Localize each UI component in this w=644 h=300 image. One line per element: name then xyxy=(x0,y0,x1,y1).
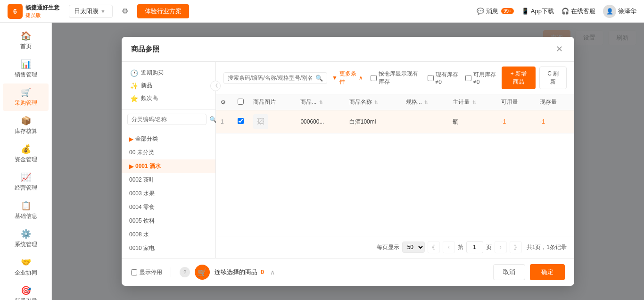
sidebar-label-basics: 基础信息 xyxy=(15,212,37,220)
quick-nav-recent[interactable]: 🕐 近期购买 xyxy=(127,67,210,79)
system-icon: ⚙️ xyxy=(21,229,31,239)
app-layout: 🏠 首页 📊 销售管理 🛒 采购管理 📦 库存核算 💰 资金管理 📈 经营管理 … xyxy=(0,23,644,300)
sidebar-item-purchase[interactable]: 🛒 采购管理 xyxy=(3,83,49,111)
col-code-header[interactable]: 商品... ⇅ xyxy=(296,94,344,110)
nav-right: 💬 消息 99+ 📱 App下载 🎧 在线客服 👤 徐泽华 xyxy=(477,5,636,18)
recent-icon: 🕐 xyxy=(130,69,138,77)
cart-icon-button[interactable]: 🛒 xyxy=(195,265,210,280)
enterprise-icon: 🤝 xyxy=(21,257,31,267)
category-list: ▶ 全部分类 00 未分类 ▶ 0001 酒水 0002 茶 xyxy=(122,129,215,258)
modal-left-panel: 🕐 近期购买 ✨ 新品 ⭐ 频次高 《 xyxy=(122,62,216,258)
category-00[interactable]: 00 未分类 xyxy=(122,146,215,159)
trial-button[interactable]: 体验行业方案 xyxy=(137,4,189,18)
user-nav-item[interactable]: 👤 徐泽华 xyxy=(603,5,636,18)
col-settings[interactable]: ⚙ xyxy=(216,94,233,110)
checkbox-stock-not-zero[interactable]: 现有库存≠0 xyxy=(428,71,459,85)
next-page-button[interactable]: › xyxy=(495,241,507,253)
per-page-select[interactable]: 50 xyxy=(402,242,425,253)
category-0002[interactable]: 0002 茶叶 xyxy=(122,173,215,187)
sidebar-item-system[interactable]: ⚙️ 系统管理 xyxy=(3,225,49,252)
new-icon: ✨ xyxy=(130,82,138,90)
store-selector[interactable]: 日太阳膜 ▼ xyxy=(69,5,113,18)
sidebar-label-sales: 销售管理 xyxy=(15,71,37,79)
col-spec-header[interactable]: 规格... ⇅ xyxy=(401,94,448,110)
add-product-button[interactable]: + 新增商品 xyxy=(502,67,536,89)
sidebar-item-operations[interactable]: 📈 经营管理 xyxy=(3,168,49,196)
row-unit-cell: 瓶 xyxy=(448,110,496,133)
prev-page-button[interactable]: ‹ xyxy=(443,241,455,253)
category-0010[interactable]: 0010 家电 xyxy=(122,242,215,255)
store-name: 日太阳膜 xyxy=(74,7,99,16)
last-page-button[interactable]: ⟫ xyxy=(510,241,522,253)
category-0008[interactable]: 0008 水 xyxy=(122,228,215,242)
select-all-checkbox[interactable] xyxy=(238,99,244,105)
collapse-panel-button[interactable]: 《 xyxy=(210,81,221,91)
filter-icon: ▼ xyxy=(332,75,338,81)
show-disabled-checkbox[interactable] xyxy=(131,269,137,275)
checkbox-by-warehouse-input[interactable] xyxy=(371,75,377,81)
filter-caret: ∧ xyxy=(359,75,363,81)
category-0005[interactable]: 0005 饮料 xyxy=(122,214,215,228)
quick-nav-frequent[interactable]: ⭐ 频次高 xyxy=(127,92,210,105)
col-name-header[interactable]: 商品名称 ⇅ xyxy=(345,94,401,110)
sidebar-item-home[interactable]: 🏠 首页 xyxy=(3,27,49,54)
main-content: 查询 设置 刷新 商品参照 ✕ xyxy=(52,23,644,300)
sidebar-item-finance[interactable]: 💰 资金管理 xyxy=(3,140,49,167)
footer-left: 显示停用 ? 🛒 连续选择的商品 0 ∧ xyxy=(131,265,493,280)
modal-close-button[interactable]: ✕ xyxy=(553,43,565,55)
logo-icon: 6 xyxy=(8,4,23,19)
cancel-button[interactable]: 取消 xyxy=(493,264,525,280)
page-number-input[interactable] xyxy=(466,241,483,253)
more-filter-button[interactable]: ▼ 更多条件 ∧ xyxy=(332,70,363,86)
product-table-container: ⚙ 商品图片 商品... ⇅ xyxy=(216,94,574,236)
pagination: 每页显示 50 ⟪ ‹ 第 页 › ⟫ 共1页，1条记录 xyxy=(216,236,574,258)
settings-icon[interactable]: ⚙ xyxy=(118,5,132,18)
category-0004[interactable]: 0004 零食 xyxy=(122,200,215,214)
help-icon[interactable]: ? xyxy=(180,267,190,277)
sidebar-item-inventory[interactable]: 📦 库存核算 xyxy=(3,112,49,139)
sidebar-label-purchase: 采购管理 xyxy=(15,99,37,107)
mobile-icon: 📱 xyxy=(521,8,529,15)
spec-sort-icon: ⇅ xyxy=(424,100,428,105)
show-disabled-checkbox-label[interactable]: 显示停用 xyxy=(131,268,162,276)
table-row[interactable]: 1 🖼 000600... 白酒100ml xyxy=(216,110,574,133)
quick-nav-new[interactable]: ✨ 新品 xyxy=(127,79,210,92)
online-service-nav-item[interactable]: 🎧 在线客服 xyxy=(561,7,595,16)
row-checkbox-cell[interactable] xyxy=(233,110,248,133)
first-page-button[interactable]: ⟪ xyxy=(428,241,440,253)
footer-right: 取消 确定 xyxy=(493,264,565,280)
confirm-button[interactable]: 确定 xyxy=(530,264,565,280)
sidebar-item-guide[interactable]: 🎯 新手引导 xyxy=(3,282,49,300)
row-checkbox[interactable] xyxy=(238,118,244,124)
category-0003[interactable]: 0003 水果 xyxy=(122,187,215,200)
frequent-icon: ⭐ xyxy=(130,95,138,102)
code-sort-icon: ⇅ xyxy=(319,100,323,105)
search-icon[interactable]: 🔍 xyxy=(315,75,323,82)
sidebar-item-basics[interactable]: 📋 基础信息 xyxy=(3,197,49,224)
checkbox-available-not-zero[interactable]: 可用库存≠0 xyxy=(465,71,497,85)
checkbox-by-warehouse[interactable]: 按仓库显示现有库存 xyxy=(371,70,421,86)
row-num: 1 xyxy=(216,110,233,133)
checkbox-available-not-zero-input[interactable] xyxy=(465,75,471,81)
category-all[interactable]: ▶ 全部分类 xyxy=(122,132,215,146)
row-image-cell: 🖼 xyxy=(248,110,296,133)
sidebar: 🏠 首页 📊 销售管理 🛒 采购管理 📦 库存核算 💰 资金管理 📈 经营管理 … xyxy=(0,23,52,300)
continuous-select-text: 连续选择的商品 0 xyxy=(215,268,265,276)
modal-body: 🕐 近期购买 ✨ 新品 ⭐ 频次高 《 xyxy=(122,62,574,258)
sidebar-item-sales[interactable]: 📊 销售管理 xyxy=(3,55,49,83)
product-search-input[interactable] xyxy=(228,75,313,81)
refresh-button[interactable]: C 刷新 xyxy=(539,67,567,89)
col-stock-header: 现存量 xyxy=(535,94,574,110)
toolbar-action-buttons: + 新增商品 C 刷新 xyxy=(502,67,567,89)
app-download-nav-item[interactable]: 📱 App下载 xyxy=(521,7,554,16)
fold-button[interactable]: ∧ xyxy=(270,268,275,276)
sidebar-label-finance: 资金管理 xyxy=(15,156,37,164)
sidebar-label-guide: 新手引导 xyxy=(15,297,37,300)
category-search-input[interactable] xyxy=(127,114,206,125)
checkbox-stock-not-zero-input[interactable] xyxy=(428,75,434,81)
sidebar-item-enterprise[interactable]: 🤝 企业协同 xyxy=(3,253,49,281)
message-nav-item[interactable]: 💬 消息 99+ xyxy=(477,7,514,16)
modal-footer: 显示停用 ? 🛒 连续选择的商品 0 ∧ 取消 确定 xyxy=(122,258,574,286)
col-unit-header[interactable]: 主计量 ⇅ xyxy=(448,94,496,110)
category-0001[interactable]: ▶ 0001 酒水 xyxy=(122,159,215,173)
